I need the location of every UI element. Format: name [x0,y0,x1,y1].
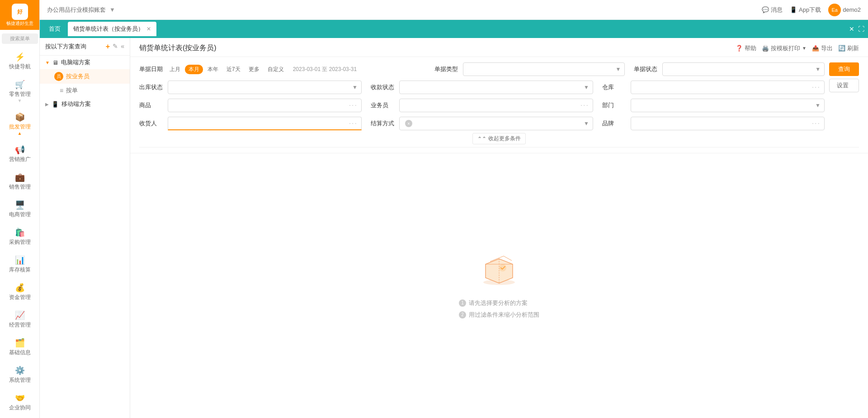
tab-bar: 首页 销货单统计表（按业务员） ✕ ✕ ⛶ [40,20,868,38]
collapse-panel-icon[interactable]: « [121,43,124,51]
search-sidebar[interactable]: 搜索菜单 [2,33,38,44]
tree-pc-header[interactable]: ▼ 🖥 电脑端方案 [40,56,130,69]
sidebar-item-finance[interactable]: 💰 资金管理 [0,278,39,306]
purchase-icon: 🛍️ [15,228,25,238]
sidebar: 好 畅捷通好生意 搜索菜单 ⚡ 快捷导航 🛒 零售管理 ▼ 📦 批发管理 ▲ 📢… [0,0,40,418]
tab-home[interactable]: 首页 [43,22,66,36]
sidebar-item-system-label: 系统管理 [9,376,31,384]
collect-status-label: 收款状态 [371,83,396,91]
salesman-label: 业务员 [371,101,396,109]
date-tab-7days[interactable]: 近7天 [223,65,244,74]
sidebar-item-basic[interactable]: 🗂️ 基础信息 [0,333,39,361]
sidebar-item-retail-label: 零售管理 [9,90,31,98]
tree-order-label: 按单 [66,86,78,95]
basic-icon: 🗂️ [15,338,25,348]
logo-text: 畅捷通好生意 [6,21,33,26]
header-nav-text: 办公用品行业模拟账套 [47,6,106,14]
query-button[interactable]: 查询 [829,62,859,76]
sidebar-item-wholesale[interactable]: 📦 批发管理 ▲ [0,108,39,140]
page-title: 销货单统计表(按业务员) [139,43,217,53]
sidebar-item-ecommerce[interactable]: 🖥️ 电商管理 [0,195,39,223]
dept-select[interactable]: ▼ [631,99,825,112]
sidebar-item-inventory[interactable]: 📊 库存核算 [0,251,39,278]
filter-brand: 品牌 ··· [602,117,825,130]
date-tab-thisyear[interactable]: 本年 [204,65,222,74]
tip-num-1: 1 [459,299,466,307]
user-area[interactable]: Ea demo2 [828,4,861,16]
tip-text-1: 请先选择要分析的方案 [469,297,528,309]
left-panel-header: 按以下方案查询 + ✎ « [40,38,130,56]
tree-order-prefix-icon: ≡ [60,87,63,94]
goods-dots-icon: ··· [349,101,358,109]
tab-close-icon[interactable]: ✕ [146,26,151,32]
filter-doc-status: 单据状态 ▼ [634,62,825,76]
collapse-filter-button[interactable]: ⌃⌃ 收起更多条件 [472,133,526,144]
goods-input[interactable]: ··· [168,99,362,112]
out-status-label: 出库状态 [139,83,164,91]
settle-input[interactable]: × ▼ [399,117,593,130]
add-scheme-icon[interactable]: + [106,43,110,51]
refresh-button[interactable]: 🔄 刷新 [838,44,859,52]
page-header: 销货单统计表(按业务员) ❓ 帮助 🖨️ 按模板打印 ▼ 📤 导出 [130,38,868,57]
sidebar-item-retail[interactable]: 🛒 零售管理 ▼ [0,75,39,108]
tab-sales-stat[interactable]: 销货单统计表（按业务员） ✕ [68,22,156,36]
tab-close-window-icon[interactable]: ✕ [849,25,854,33]
date-tab-custom[interactable]: 自定义 [264,65,288,74]
sidebar-item-newbie[interactable]: 🆕 新手引导 [0,416,39,418]
sidebar-item-operation[interactable]: 📈 经营管理 [0,306,39,333]
filter-warehouse: 仓库 ··· [602,81,825,94]
tree-salesman-label: 按业务员 [66,72,90,81]
doc-status-label: 单据状态 [634,65,659,73]
svg-point-1 [499,264,506,271]
date-tab-thismonth[interactable]: 本月 [185,65,203,74]
messages-button[interactable]: 💬 消息 [762,6,783,14]
tab-fullscreen-icon[interactable]: ⛶ [858,25,864,33]
empty-tip-2: 2 用过滤条件来缩小分析范围 [459,309,539,321]
out-status-select[interactable]: ▼ [168,81,362,94]
app-download-button[interactable]: 📱 App下载 [790,6,821,14]
date-tab-lastmonth[interactable]: 上月 [166,65,184,74]
collect-status-arrow-icon: ▼ [584,84,589,90]
sidebar-item-quicknav[interactable]: ⚡ 快捷导航 [0,48,39,75]
filter-doc-type: 单据类型 ▼ [434,62,625,76]
date-tabs: 上月 本月 本年 近7天 更多 自定义 [166,65,288,74]
salesman-input[interactable]: ··· [399,99,593,112]
sidebar-item-basic-label: 基础信息 [9,349,31,356]
doc-type-select[interactable]: ▼ [463,62,625,76]
retail-arrow-icon: ▼ [18,98,22,103]
filter-row-4: 收货人 ··· 结算方式 × ▼ [139,117,825,130]
left-panel-title: 按以下方案查询 [45,43,86,51]
sidebar-item-marketing-label: 营销推广 [9,156,31,163]
sidebar-item-purchase-label: 采购管理 [9,238,31,246]
settle-clear-icon[interactable]: × [405,120,412,127]
export-label: 导出 [821,44,833,52]
doc-status-select[interactable]: ▼ [662,62,825,76]
warehouse-input[interactable]: ··· [631,81,825,94]
sidebar-item-collab[interactable]: 🤝 企业协同 [0,389,39,416]
sidebar-item-sales-label: 销售管理 [9,183,31,191]
filter-row-3: 商品 ··· 业务员 ··· [139,99,825,112]
logo-area: 好 畅捷通好生意 [0,0,39,30]
export-button[interactable]: 📤 导出 [812,44,833,52]
help-button[interactable]: ❓ 帮助 [736,44,756,52]
header-dropdown-icon[interactable]: ▼ [109,6,115,13]
edit-scheme-icon[interactable]: ✎ [113,43,118,51]
sales-icon: 💼 [15,172,25,182]
app-download-label: App下载 [799,6,821,14]
tree-pc-group: ▼ 🖥 电脑端方案 员 按业务员 ≡ 按单 [40,56,130,97]
tree-mobile-header[interactable]: ▶ 📱 移动端方案 [40,97,130,111]
tab-home-label: 首页 [49,25,61,33]
empty-tip-1: 1 请先选择要分析的方案 [459,297,539,309]
sidebar-item-system[interactable]: ⚙️ 系统管理 [0,361,39,389]
collect-status-select[interactable]: ▼ [399,81,593,94]
sidebar-item-sales[interactable]: 💼 销售管理 [0,168,39,195]
sidebar-item-marketing[interactable]: 📢 营销推广 [0,140,39,168]
brand-input[interactable]: ··· [631,117,825,130]
tree-order-item[interactable]: ≡ 按单 [40,84,130,97]
sidebar-item-purchase[interactable]: 🛍️ 采购管理 [0,223,39,251]
print-button[interactable]: 🖨️ 按模板打印 ▼ [762,44,807,52]
date-tab-more[interactable]: 更多 [245,65,263,74]
consignee-input[interactable]: ··· [168,117,362,130]
tree-salesman-item[interactable]: 员 按业务员 [40,69,130,84]
settings-button[interactable]: 设置 [829,79,859,92]
